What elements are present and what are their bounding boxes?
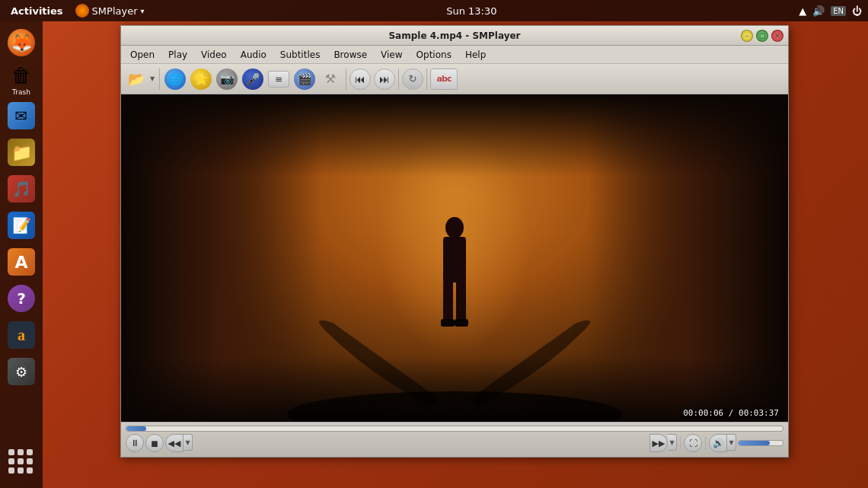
power-icon[interactable]: ⏻	[852, 5, 862, 17]
menu-play[interactable]: Play	[162, 48, 193, 62]
menu-help[interactable]: Help	[459, 48, 492, 62]
star-icon: ⭐	[190, 69, 212, 90]
software-icon: A	[14, 253, 27, 272]
toolbar-separator-2	[346, 69, 346, 90]
dock-item-email[interactable]: ✉	[5, 99, 38, 132]
subtitles-icon: ≡	[268, 71, 289, 88]
menu-view[interactable]: View	[375, 48, 408, 62]
progress-fill	[126, 426, 146, 431]
dock-item-amazon[interactable]: a	[5, 318, 38, 352]
toolbar-separator-3	[398, 69, 399, 90]
film-icon: 🎬	[294, 69, 315, 90]
skip-forward-icon: ⏭	[379, 73, 390, 85]
open-button-group: 📂 ▼	[124, 67, 156, 91]
video-area[interactable]: 00:00:06 / 00:03:37	[121, 94, 788, 422]
progress-row	[126, 426, 783, 432]
forward-icon: ▶▶	[653, 439, 665, 448]
rewind-button[interactable]: ◀◀	[165, 434, 183, 452]
minimize-button[interactable]: –	[741, 30, 753, 42]
menu-open[interactable]: Open	[124, 48, 161, 62]
progress-bar[interactable]	[126, 426, 783, 432]
forward-group: ▶▶ ▼	[649, 434, 677, 452]
fullscreen-button[interactable]: ⛶	[684, 434, 702, 452]
ground-shadow	[264, 254, 645, 422]
window-title: Sample 4.mp4 - SMPlayer	[127, 30, 782, 41]
menu-browse[interactable]: Browse	[327, 48, 373, 62]
volume-icon-ctrl: 🔊	[713, 438, 724, 448]
globe-button[interactable]: 🌐	[163, 67, 187, 91]
toolbar: 📂 ▼ 🌐 ⭐ 📷 🎤 ≡	[121, 64, 788, 94]
subtitles-button[interactable]: ≡	[266, 67, 291, 91]
maximize-button[interactable]: □	[756, 30, 768, 42]
svg-point-0	[445, 217, 464, 238]
toolbar-separator-4	[426, 69, 427, 90]
forward-button[interactable]: ▶▶	[649, 434, 668, 452]
wifi-icon: ▲	[799, 5, 806, 17]
stop-icon: ■	[151, 439, 158, 448]
stop-button[interactable]: ■	[145, 434, 164, 452]
rewind-group: ◀◀ ▼	[165, 434, 193, 452]
browse-button[interactable]: 🎬	[292, 67, 317, 91]
volume-button[interactable]: 🔊	[709, 434, 727, 452]
toolbar-separator-1	[159, 69, 160, 90]
writer-icon: 📝	[12, 216, 31, 234]
open-dropdown-arrow[interactable]: ▼	[148, 69, 156, 90]
topbar: Activities SMPlayer ▾ Sun 13:30 ▲ 🔊 EN ⏻	[0, 0, 868, 21]
audio-button[interactable]: 🎤	[241, 67, 265, 91]
dock-item-software[interactable]: A	[5, 245, 38, 279]
controlbar: ⏸ ■ ◀◀ ▼ ▶▶	[121, 422, 788, 457]
close-button[interactable]: ✕	[771, 30, 783, 42]
open-button[interactable]: 📂	[124, 67, 148, 91]
favorites-button[interactable]: ⭐	[189, 67, 213, 91]
firefox-icon: 🦊	[11, 33, 32, 53]
video-top-shadow	[121, 94, 788, 177]
repeat-button[interactable]: ↻	[402, 69, 423, 90]
globe-icon: 🌐	[164, 69, 186, 90]
show-applications-button[interactable]	[5, 448, 38, 482]
volume-slider[interactable]	[738, 440, 783, 446]
activities-button[interactable]: Activities	[6, 5, 68, 17]
repeat-icon: ↻	[409, 73, 417, 85]
trash-label: Trash	[12, 88, 30, 96]
dock-item-writer[interactable]: 📝	[5, 209, 38, 242]
dock: 🦊 🗑 Trash ✉ 📁 🎵	[0, 21, 43, 488]
email-icon: ✉	[15, 107, 28, 125]
dock-item-help[interactable]: ?	[5, 282, 38, 315]
volume-fill	[739, 441, 770, 445]
dock-item-trash[interactable]: 🗑 Trash	[5, 62, 38, 96]
menu-video[interactable]: Video	[195, 48, 233, 62]
dock-item-files[interactable]: 📁	[5, 136, 38, 169]
camera-icon: 📷	[216, 69, 238, 90]
abc-button[interactable]: abc	[430, 69, 458, 90]
tools-icon: ⚒	[320, 69, 341, 90]
next-button[interactable]: ⏭	[374, 69, 395, 90]
rewind-icon: ◀◀	[168, 439, 181, 448]
dock-item-firefox[interactable]: 🦊	[5, 26, 38, 59]
volume-dropdown[interactable]: ▼	[727, 434, 736, 451]
menu-audio[interactable]: Audio	[235, 48, 273, 62]
pause-button[interactable]: ⏸	[126, 434, 144, 452]
svg-point-6	[287, 391, 622, 422]
app-menu-button[interactable]: SMPlayer	[92, 5, 138, 17]
menu-options[interactable]: Options	[410, 48, 458, 62]
menu-subtitles[interactable]: Subtitles	[274, 48, 327, 62]
rewind-dropdown[interactable]: ▼	[183, 434, 193, 451]
screenshot-button[interactable]: 📷	[215, 67, 239, 91]
dock-item-settings[interactable]: ⚙	[5, 355, 38, 388]
abc-icon: abc	[437, 74, 452, 84]
forward-dropdown[interactable]: ▼	[668, 434, 677, 451]
menubar: Open Play Video Audio Subtitles Browse V…	[121, 46, 788, 64]
ctrl-separator-2	[705, 436, 706, 450]
dock-item-music[interactable]: 🎵	[5, 172, 38, 206]
settings-icon: ⚙	[15, 364, 27, 380]
open-icon: 📂	[128, 71, 145, 87]
skip-back-icon: ⏮	[355, 73, 365, 85]
desktop: Activities SMPlayer ▾ Sun 13:30 ▲ 🔊 EN ⏻…	[0, 0, 868, 488]
options-button[interactable]: ⚒	[318, 67, 343, 91]
volume-icon[interactable]: 🔊	[812, 5, 825, 17]
titlebar: Sample 4.mp4 - SMPlayer – □ ✕	[121, 26, 788, 46]
controls-row: ⏸ ■ ◀◀ ▼ ▶▶	[126, 434, 783, 452]
fullscreen-icon: ⛶	[689, 439, 697, 448]
prev-button[interactable]: ⏮	[349, 69, 371, 90]
smplayer-window: Sample 4.mp4 - SMPlayer – □ ✕ Open Play …	[120, 25, 789, 458]
